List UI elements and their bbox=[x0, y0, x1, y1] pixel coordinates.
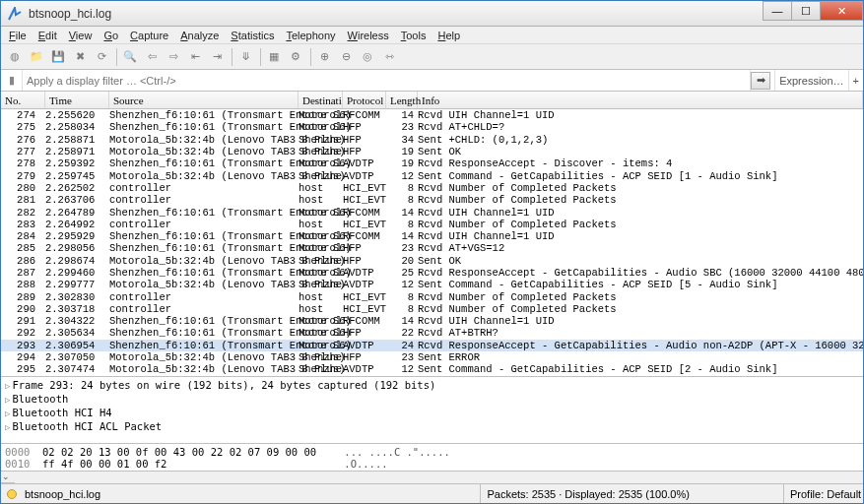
col-length[interactable]: Length bbox=[386, 92, 418, 108]
close-file-icon[interactable]: ✖ bbox=[70, 47, 90, 67]
close-button[interactable]: ✕ bbox=[820, 1, 863, 21]
packet-row[interactable]: 2892.302830controllerhostHCI_EVT8Rcvd Nu… bbox=[1, 290, 863, 302]
packet-row[interactable]: 2762.258871Motorola_5b:32:4b (Lenovo TAB… bbox=[1, 134, 863, 146]
packet-row[interactable]: 2842.295929Shenzhen_f6:10:61 (Tronsmart … bbox=[1, 230, 863, 242]
shark-icon[interactable]: ◍ bbox=[5, 47, 25, 67]
menu-capture[interactable]: Capture bbox=[124, 30, 174, 41]
open-icon[interactable]: 📁 bbox=[27, 47, 46, 67]
packet-row[interactable]: 2862.298674Motorola_5b:32:4b (Lenovo TAB… bbox=[1, 255, 863, 267]
packet-row[interactable]: 2802.262502controllerhostHCI_EVT8Rcvd Nu… bbox=[1, 182, 863, 194]
hex-row[interactable]: 0010ff 4f 00 00 01 00 f2 .O..... bbox=[5, 458, 859, 470]
packet-row[interactable]: 2752.258034Shenzhen_f6:10:61 (Tronsmart … bbox=[1, 121, 863, 133]
packet-list-header[interactable]: No. Time Source Destination Protocol Len… bbox=[1, 92, 863, 109]
zoom-out-icon[interactable]: ⊖ bbox=[336, 47, 356, 67]
reload-icon[interactable]: ⟳ bbox=[92, 47, 111, 67]
packet-row[interactable]: 2822.264789Shenzhen_f6:10:61 (Tronsmart … bbox=[1, 206, 863, 218]
add-filter-button[interactable]: + bbox=[848, 70, 863, 91]
title-bar: btsnoop_hci.log — ☐ ✕ bbox=[1, 1, 863, 27]
col-source[interactable]: Source bbox=[109, 92, 299, 108]
menu-tools[interactable]: Tools bbox=[395, 30, 432, 41]
packet-list[interactable]: No. Time Source Destination Protocol Len… bbox=[1, 92, 863, 377]
col-no[interactable]: No. bbox=[1, 92, 45, 108]
minimize-button[interactable]: — bbox=[763, 1, 792, 21]
packet-row[interactable]: 2832.264992controllerhostHCI_EVT8Rcvd Nu… bbox=[1, 219, 863, 230]
detail-item[interactable]: ▷Frame 293: 24 bytes on wire (192 bits),… bbox=[5, 379, 859, 393]
options-icon[interactable]: ⚙ bbox=[286, 47, 305, 67]
main-toolbar: ◍ 📁 💾 ✖ ⟳ 🔍 ⇦ ⇨ ⇤ ⇥ ⤋ ▦ ⚙ ⊕ ⊖ ◎ ⇿ bbox=[1, 44, 863, 70]
packet-row[interactable]: 2952.307474Motorola_5b:32:4b (Lenovo TAB… bbox=[1, 363, 863, 375]
find-icon[interactable]: 🔍 bbox=[120, 47, 140, 67]
packet-row[interactable]: 2782.259392Shenzhen_f6:10:61 (Tronsmart … bbox=[1, 158, 863, 169]
menu-view[interactable]: View bbox=[63, 30, 99, 41]
resize-cols-icon[interactable]: ⇿ bbox=[379, 47, 399, 67]
menu-telephony[interactable]: Telephony bbox=[280, 30, 341, 41]
expert-info-button[interactable] bbox=[7, 489, 17, 499]
next-icon[interactable]: ⇨ bbox=[164, 47, 183, 67]
status-packets: Packets: 2535 · Displayed: 2535 (100.0%) bbox=[481, 484, 784, 503]
menu-analyze[interactable]: Analyze bbox=[174, 30, 225, 41]
packet-row[interactable]: 2772.258971Motorola_5b:32:4b (Lenovo TAB… bbox=[1, 146, 863, 158]
apply-filter-button[interactable]: ➡ bbox=[751, 72, 770, 90]
col-destination[interactable]: Destination bbox=[299, 92, 343, 108]
packet-details[interactable]: ▷Frame 293: 24 bytes on wire (192 bits),… bbox=[1, 377, 863, 444]
packet-row[interactable]: 2922.305634Shenzhen_f6:10:61 (Tronsmart … bbox=[1, 327, 863, 339]
filter-bar: ▮ ➡ Expression… + bbox=[1, 70, 863, 92]
display-filter-input[interactable] bbox=[23, 75, 750, 87]
zoom-in-icon[interactable]: ⊕ bbox=[314, 47, 334, 67]
packet-row[interactable]: 2812.263706controllerhostHCI_EVT8Rcvd Nu… bbox=[1, 194, 863, 206]
expression-button[interactable]: Expression… bbox=[774, 70, 847, 91]
packet-row[interactable]: 2932.306954Shenzhen_f6:10:61 (Tronsmart … bbox=[1, 340, 863, 351]
maximize-button[interactable]: ☐ bbox=[791, 1, 821, 21]
app-icon bbox=[7, 6, 23, 22]
menu-wireless[interactable]: Wireless bbox=[342, 30, 395, 41]
auto-scroll-icon[interactable]: ⤋ bbox=[235, 47, 255, 67]
prev-icon[interactable]: ⇦ bbox=[142, 47, 162, 67]
col-info[interactable]: Info bbox=[418, 92, 863, 108]
status-profile[interactable]: Profile: Default bbox=[784, 484, 863, 503]
zoom-reset-icon[interactable]: ◎ bbox=[358, 47, 377, 67]
window-title: btsnoop_hci.log bbox=[29, 7, 111, 21]
detail-item[interactable]: ▷Bluetooth HCI H4 bbox=[5, 407, 859, 420]
bookmark-icon[interactable]: ▮ bbox=[1, 70, 23, 91]
hex-row[interactable]: 000002 02 20 13 00 0f 00 43 00 22 02 07 … bbox=[5, 446, 859, 458]
packet-row[interactable]: 2912.304322Shenzhen_f6:10:61 (Tronsmart … bbox=[1, 315, 863, 327]
collapse-handle[interactable]: ⌄ bbox=[1, 472, 15, 483]
packet-row[interactable]: 2792.259745Motorola_5b:32:4b (Lenovo TAB… bbox=[1, 169, 863, 181]
packet-row[interactable]: 2852.298056Shenzhen_f6:10:61 (Tronsmart … bbox=[1, 242, 863, 254]
detail-item[interactable]: ▷Bluetooth bbox=[5, 393, 859, 407]
menu-statistics[interactable]: Statistics bbox=[225, 30, 280, 41]
status-bar: btsnoop_hci.log Packets: 2535 · Displaye… bbox=[1, 483, 863, 503]
packet-row[interactable]: 2742.255620Shenzhen_f6:10:61 (Tronsmart … bbox=[1, 109, 863, 121]
packet-row[interactable]: 2902.303718controllerhostHCI_EVT8Rcvd Nu… bbox=[1, 303, 863, 315]
packet-row[interactable]: 2872.299460Shenzhen_f6:10:61 (Tronsmart … bbox=[1, 267, 863, 279]
colorize-icon[interactable]: ▦ bbox=[264, 47, 284, 67]
jump-last-icon[interactable]: ⇥ bbox=[207, 47, 227, 67]
menu-bar: FileEditViewGoCaptureAnalyzeStatisticsTe… bbox=[1, 27, 863, 44]
detail-item[interactable]: ▷Bluetooth HCI ACL Packet bbox=[5, 420, 859, 434]
save-icon[interactable]: 💾 bbox=[48, 47, 68, 67]
packet-row[interactable]: 2882.299777Motorola_5b:32:4b (Lenovo TAB… bbox=[1, 279, 863, 290]
col-protocol[interactable]: Protocol bbox=[343, 92, 386, 108]
menu-edit[interactable]: Edit bbox=[33, 30, 63, 41]
status-file: btsnoop_hci.log bbox=[23, 484, 481, 503]
packet-bytes[interactable]: 000002 02 20 13 00 0f 00 43 00 22 02 07 … bbox=[1, 444, 863, 472]
menu-help[interactable]: Help bbox=[432, 30, 466, 41]
col-time[interactable]: Time bbox=[45, 92, 109, 108]
packet-row[interactable]: 2942.307050Motorola_5b:32:4b (Lenovo TAB… bbox=[1, 351, 863, 363]
menu-go[interactable]: Go bbox=[98, 30, 124, 41]
menu-file[interactable]: File bbox=[3, 30, 33, 41]
jump-first-icon[interactable]: ⇤ bbox=[185, 47, 205, 67]
